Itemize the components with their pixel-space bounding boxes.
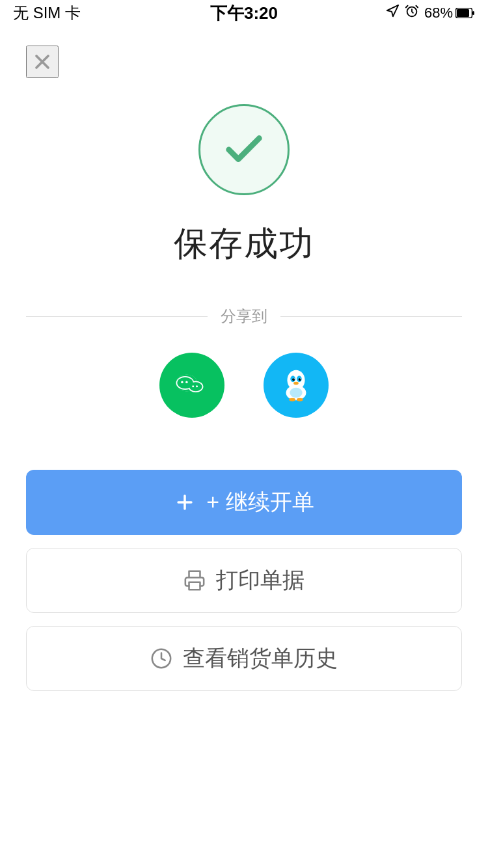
svg-point-16 xyxy=(185,381,187,383)
battery-display: 68% xyxy=(424,5,475,21)
checkmark-icon xyxy=(221,127,267,172)
location-icon xyxy=(385,4,400,22)
print-button[interactable]: 打印单据 xyxy=(26,548,462,613)
history-label: 查看销货单历史 xyxy=(183,644,338,673)
svg-point-18 xyxy=(196,385,198,387)
svg-point-15 xyxy=(181,381,183,383)
main-content: 保存成功 分享到 xyxy=(0,26,488,730)
divider-line-left xyxy=(26,316,208,317)
wechat-icon xyxy=(173,366,211,404)
printer-icon xyxy=(183,569,206,591)
continue-label: + 继续开单 xyxy=(206,487,314,517)
svg-marker-1 xyxy=(387,5,398,16)
svg-point-29 xyxy=(289,398,295,401)
success-title: 保存成功 xyxy=(174,221,314,267)
svg-point-27 xyxy=(293,382,299,385)
status-left: 无 SIM 卡 xyxy=(13,3,86,23)
status-bar: 无 SIM 卡 下午3:20 68% xyxy=(0,0,488,26)
share-divider: 分享到 xyxy=(26,306,462,327)
svg-point-30 xyxy=(297,398,303,401)
success-circle xyxy=(198,104,290,195)
status-time: 下午3:20 xyxy=(210,2,278,25)
svg-point-17 xyxy=(192,385,194,387)
continue-button[interactable]: + 继续开单 xyxy=(26,470,462,535)
share-row xyxy=(159,353,329,418)
clock-icon xyxy=(150,647,172,670)
svg-rect-33 xyxy=(189,582,200,590)
svg-rect-4 xyxy=(457,9,469,17)
no-sim-text: 无 SIM 卡 xyxy=(13,3,81,23)
status-right: 68% xyxy=(385,4,475,22)
svg-point-28 xyxy=(290,388,302,398)
plus-icon xyxy=(174,491,196,513)
battery-percent: 68% xyxy=(424,5,453,21)
history-button[interactable]: 查看销货单历史 xyxy=(26,626,462,691)
divider-label: 分享到 xyxy=(221,306,267,327)
battery-icon xyxy=(455,8,475,18)
close-button[interactable] xyxy=(26,46,59,78)
alarm-icon xyxy=(405,4,419,22)
action-buttons: + 继续开单 打印单据 查看销货单历史 xyxy=(26,470,462,691)
svg-point-25 xyxy=(293,379,295,380)
print-label: 打印单据 xyxy=(216,565,305,595)
qq-icon xyxy=(277,366,315,404)
svg-rect-5 xyxy=(472,11,474,15)
divider-line-right xyxy=(280,316,462,317)
svg-point-26 xyxy=(300,379,301,380)
share-wechat-button[interactable] xyxy=(159,353,224,418)
svg-point-14 xyxy=(189,382,202,391)
share-qq-button[interactable] xyxy=(264,353,329,418)
